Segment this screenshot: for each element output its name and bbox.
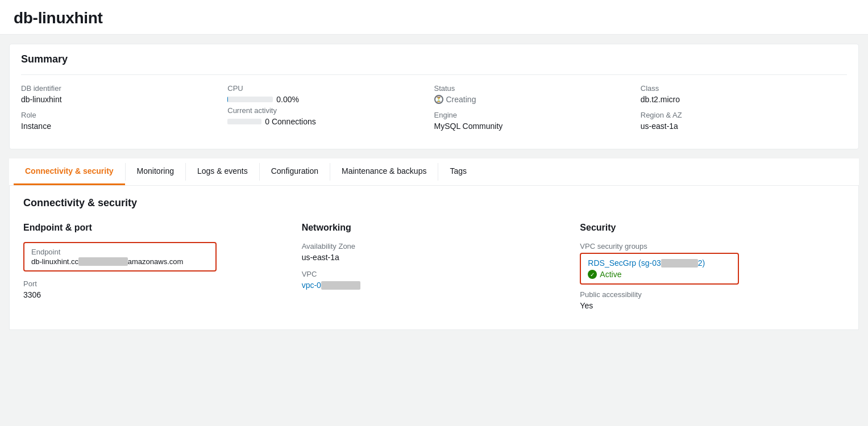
endpoint-port-column: Endpoint & port Endpoint db-linuxhint.cc…: [23, 223, 288, 318]
endpoint-label: Endpoint: [31, 248, 209, 256]
public-access-label: Public accessibility: [580, 290, 845, 299]
engine-value: MySQL Community: [434, 122, 629, 131]
sg-link[interactable]: RDS_SecGrp (sg-03 2): [588, 258, 731, 268]
vpc-link[interactable]: vpc-0: [302, 281, 360, 290]
cpu-value: 0.00%: [276, 95, 299, 104]
networking-column: Networking Availability Zone us-east-1a …: [302, 223, 567, 318]
tab-configuration[interactable]: Configuration: [260, 158, 330, 185]
conn-bar: [227, 119, 261, 124]
summary-section: Summary DB identifier db-linuxhint Role …: [9, 44, 859, 149]
engine-label: Engine: [434, 111, 629, 119]
tab-monitoring[interactable]: Monitoring: [126, 158, 185, 185]
sg-status-text: Active: [600, 270, 621, 279]
class-value: db.t2.micro: [641, 95, 836, 104]
tab-logs[interactable]: Logs & events: [186, 158, 259, 185]
role-value: Instance: [21, 122, 216, 131]
tab-tags[interactable]: Tags: [438, 158, 478, 185]
status-label: Status: [434, 84, 629, 93]
summary-col-2: CPU 0.00% Current activity 0 Connections: [227, 75, 434, 137]
public-access-value: Yes: [580, 301, 845, 310]
endpoint-value: db-linuxhint.cc amazonaws.com: [31, 257, 209, 266]
endpoint-port-heading: Endpoint & port: [23, 223, 288, 233]
class-label: Class: [641, 84, 836, 93]
sg-active-status: ✓ Active: [588, 270, 731, 279]
status-creating-wrapper: ⏳ Creating: [434, 95, 629, 104]
current-activity-value: 0 Connections: [265, 117, 316, 126]
port-label: Port: [23, 279, 288, 288]
vpc-value: vpc-0: [302, 281, 567, 290]
sg-blurred: [661, 259, 698, 268]
vpc-prefix: vpc-0: [302, 281, 321, 290]
summary-heading: Summary: [21, 53, 847, 65]
role-label: Role: [21, 111, 216, 119]
sg-name-suffix: 2): [698, 258, 705, 268]
sg-name-prefix: RDS_SecGrp (sg-03: [588, 258, 661, 268]
conn-bar-wrapper: 0 Connections: [227, 117, 422, 126]
connectivity-section-title: Connectivity & security: [23, 197, 845, 209]
security-heading: Security: [580, 223, 845, 233]
cpu-label: CPU: [227, 84, 422, 93]
content-section: Connectivity & security Endpoint & port …: [9, 186, 859, 330]
port-value: 3306: [23, 290, 288, 299]
networking-heading: Networking: [302, 223, 567, 233]
cpu-bar: [227, 97, 273, 102]
db-identifier-value: db-linuxhint: [21, 95, 216, 104]
tabs-bar: Connectivity & security Monitoring Logs …: [9, 158, 859, 186]
connectivity-grid: Endpoint & port Endpoint db-linuxhint.cc…: [23, 223, 845, 318]
db-identifier-label: DB identifier: [21, 84, 216, 93]
cpu-bar-fill: [227, 97, 228, 102]
status-value: ⏳ Creating: [434, 95, 629, 104]
page-header: db-linuxhint: [0, 0, 868, 35]
summary-grid: DB identifier db-linuxhint Role Instance…: [21, 74, 847, 137]
az-value: us-east-1a: [302, 253, 567, 262]
tab-maintenance[interactable]: Maintenance & backups: [330, 158, 438, 185]
region-label: Region & AZ: [641, 111, 836, 119]
security-column: Security VPC security groups RDS_SecGrp …: [580, 223, 845, 318]
vpc-blurred: [321, 281, 360, 290]
active-checkmark-icon: ✓: [588, 270, 597, 279]
summary-col-3: Status ⏳ Creating Engine MySQL Community: [434, 75, 641, 137]
security-group-box: RDS_SecGrp (sg-03 2) ✓ Active: [580, 253, 739, 285]
summary-col-4: Class db.t2.micro Region & AZ us-east-1a: [641, 75, 847, 137]
page-title: db-linuxhint: [14, 9, 854, 27]
status-creating-text: Creating: [446, 95, 476, 104]
creating-icon: ⏳: [434, 95, 443, 104]
current-activity-label: Current activity: [227, 106, 422, 115]
cpu-bar-wrapper: 0.00%: [227, 95, 422, 104]
endpoint-blurred: [78, 257, 128, 266]
vpc-sg-label: VPC security groups: [580, 242, 845, 250]
vpc-label: VPC: [302, 270, 567, 278]
endpoint-prefix: db-linuxhint.cc: [31, 257, 78, 266]
az-label: Availability Zone: [302, 242, 567, 250]
page-wrapper: db-linuxhint Summary DB identifier db-li…: [0, 0, 868, 426]
tab-connectivity[interactable]: Connectivity & security: [14, 158, 125, 185]
region-value: us-east-1a: [641, 122, 836, 131]
summary-col-1: DB identifier db-linuxhint Role Instance: [21, 75, 227, 137]
endpoint-suffix: amazonaws.com: [128, 257, 184, 266]
endpoint-box: Endpoint db-linuxhint.cc amazonaws.com: [23, 242, 217, 272]
